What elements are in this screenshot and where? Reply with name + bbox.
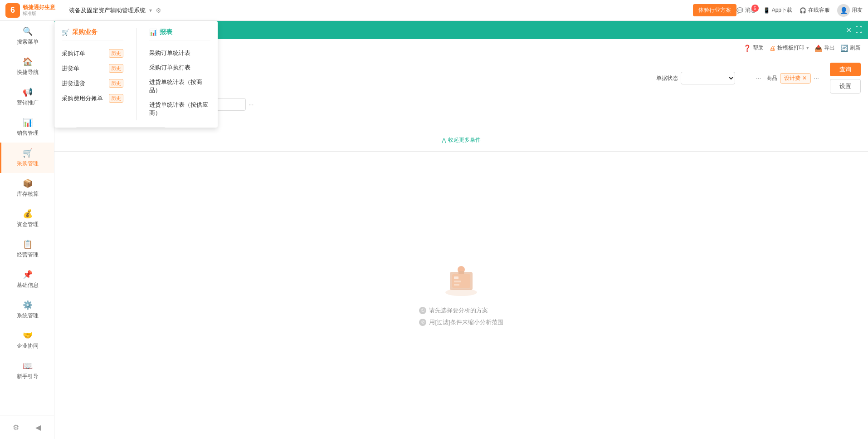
- avatar: 👤: [837, 4, 850, 17]
- sidebar-item-label: 采购管理: [17, 160, 39, 168]
- dropdown-item-expense[interactable]: 采购费用分摊单 历史: [62, 91, 123, 106]
- goods-tag-value: 设计费: [784, 74, 800, 82]
- home-icon: 🏠: [23, 57, 33, 67]
- empty-tip-1: ① 请先选择要分析的方案: [419, 305, 503, 316]
- online-service-button[interactable]: 🎧 在线客服: [800, 6, 830, 14]
- empty-tips: ① 请先选择要分析的方案 ② 用[过滤]条件来缩小分析范围: [419, 305, 503, 328]
- logo-icon: 6: [5, 3, 20, 18]
- empty-tip-2: ② 用[过滤]条件来缩小分析范围: [419, 316, 503, 328]
- sidebar-item-label: 搜索菜单: [17, 38, 39, 46]
- dropdown-item-incoming[interactable]: 进货单 历史: [62, 61, 123, 76]
- header-right: 💬 消息 6 📱 App下载 🎧 在线客服 👤 用友: [736, 4, 863, 17]
- export-icon: 📤: [814, 44, 822, 52]
- salesperson-dots[interactable]: ···: [249, 101, 254, 108]
- goods-tag: 设计费 ✕: [780, 73, 811, 84]
- purchase-col-icon: 🛒: [62, 29, 69, 36]
- dropdown-item-incoming-supplier[interactable]: 进货单统计表（按供应商）: [149, 98, 211, 120]
- incoming-goods-label: 进货单统计表（按商品）: [149, 78, 211, 94]
- sidebar-item-label: 经营管理: [17, 251, 39, 259]
- dropdown-item-return[interactable]: 进货退货 历史: [62, 76, 123, 91]
- sidebar-item-finance[interactable]: 💰 资金管理: [0, 203, 54, 234]
- sidebar-settings-button[interactable]: ⚙: [9, 420, 23, 434]
- query-button[interactable]: 查询: [830, 63, 861, 76]
- sidebar-item-label: 新手引导: [17, 373, 39, 380]
- refresh-icon: 🔄: [840, 44, 848, 52]
- sidebar-item-search[interactable]: 🔍 搜索菜单: [0, 21, 54, 51]
- sidebar-item-purchase[interactable]: 🛒 采购管理: [0, 143, 54, 173]
- status-label: 单据状态: [656, 74, 678, 82]
- print-template-label: 按模板打印: [777, 44, 805, 52]
- settings-icon[interactable]: ⚙: [156, 7, 161, 14]
- incoming-supplier-label: 进货单统计表（按供应商）: [149, 101, 211, 117]
- marketing-icon: 📢: [23, 87, 33, 97]
- finance-icon: 💰: [23, 209, 33, 219]
- collapse-label: 收起更多条件: [448, 136, 481, 144]
- status-dots[interactable]: ···: [756, 74, 761, 82]
- system-name-area: 装备及固定资产辅助管理系统 ▾ ⚙: [69, 6, 689, 15]
- sidebar-item-operations[interactable]: 📋 经营管理: [0, 234, 54, 264]
- service-label: 在线客服: [808, 6, 830, 14]
- help-icon: ❓: [743, 44, 751, 52]
- empty-illustration: [439, 263, 484, 299]
- sidebar-item-basic[interactable]: 📌 基础信息: [0, 264, 54, 295]
- tip-num-2: ②: [419, 319, 426, 326]
- notification-badge: 6: [751, 5, 759, 12]
- print-template-button[interactable]: 🖨 按模板打印 ▾: [769, 44, 809, 52]
- refresh-button[interactable]: 🔄 刷新: [840, 44, 861, 52]
- svg-rect-5: [454, 276, 458, 279]
- tab-maximize-button[interactable]: ⛶: [855, 26, 863, 34]
- tab-bar-right: ✕ ⛶: [846, 26, 868, 35]
- help-label: 帮助: [753, 44, 764, 52]
- tip-text-1: 请先选择要分析的方案: [429, 305, 488, 316]
- sidebar-item-sales[interactable]: 📊 销售管理: [0, 112, 54, 143]
- set-button[interactable]: 设置: [830, 79, 861, 94]
- dropdown-item-order-stats[interactable]: 采购订单统计表: [149, 46, 211, 60]
- logo-title: 畅捷通好生意: [23, 4, 55, 10]
- help-button[interactable]: ❓ 帮助: [743, 44, 764, 52]
- user-menu-button[interactable]: 👤 用友: [837, 4, 863, 17]
- collapse-button[interactable]: ⋀ 收起更多条件: [62, 133, 861, 146]
- app-download-button[interactable]: 📱 App下载: [763, 6, 792, 14]
- sales-icon: 📊: [23, 118, 33, 128]
- dropdown-item-incoming-goods[interactable]: 进货单统计表（按商品）: [149, 75, 211, 98]
- sidebar-item-system[interactable]: ⚙️ 系统管理: [0, 295, 54, 325]
- sidebar-item-inventory[interactable]: 📦 库存核算: [0, 173, 54, 203]
- operations-icon: 📋: [23, 239, 33, 249]
- notification-button[interactable]: 💬 消息 6: [736, 6, 756, 14]
- dropdown-item-purchase-order[interactable]: 采购订单 历史: [62, 46, 123, 61]
- sidebar-collapse-button[interactable]: ◀: [31, 420, 45, 434]
- sidebar-item-label: 企业协同: [17, 342, 39, 350]
- sidebar-item-label: 资金管理: [17, 221, 39, 228]
- export-button[interactable]: 📤 导出: [814, 44, 835, 52]
- sidebar-item-label: 库存核算: [17, 190, 39, 198]
- order-stats-label: 采购订单统计表: [149, 49, 190, 57]
- search-icon: 🔍: [23, 26, 33, 36]
- logo-area: 6 畅捷通好生意 标准版: [5, 3, 60, 18]
- report-col-label: 报表: [160, 28, 172, 36]
- sidebar-item-quicknav[interactable]: 🏠 快捷导航: [0, 51, 54, 82]
- empty-state: ① 请先选择要分析的方案 ② 用[过滤]条件来缩小分析范围: [54, 152, 868, 439]
- logo-sub: 标准版: [23, 11, 55, 16]
- sidebar-item-label: 销售管理: [17, 129, 39, 137]
- svg-rect-4: [458, 271, 464, 274]
- tab-close-button[interactable]: ✕: [846, 26, 852, 35]
- sidebar-item-marketing[interactable]: 📢 营销推广: [0, 82, 54, 112]
- purchase-dropdown-menu: 🛒 采购业务 采购订单 历史 进货单 历史 进货退货 历史 采购费用分摊单 历史…: [54, 21, 218, 128]
- dropdown-item-order-exec[interactable]: 采购订单执行表: [149, 60, 211, 75]
- system-name-chevron-icon[interactable]: ▾: [149, 7, 152, 14]
- sidebar-item-enterprise[interactable]: 🤝 企业协同: [0, 325, 54, 355]
- notification-icon: 💬: [736, 7, 743, 14]
- goods-dots[interactable]: ···: [814, 74, 819, 82]
- sidebar: 🔍 搜索菜单 🏠 快捷导航 📢 营销推广 📊 销售管理 🛒 采购管理 📦 库存核…: [0, 21, 54, 439]
- basic-icon: 📌: [23, 270, 33, 280]
- sidebar-bottom: ⚙ ◀: [0, 415, 54, 439]
- expense-label: 采购费用分摊单: [62, 94, 103, 103]
- sidebar-item-guide[interactable]: 📖 新手引导: [0, 355, 54, 386]
- industry-button[interactable]: 体验行业方案: [693, 4, 736, 16]
- status-select[interactable]: [681, 72, 735, 84]
- purchase-order-label: 采购订单: [62, 49, 85, 58]
- purchase-col-title: 🛒 采购业务: [62, 28, 123, 40]
- print-icon: 🖨: [769, 44, 775, 52]
- goods-tag-close-icon[interactable]: ✕: [802, 75, 807, 81]
- history-tag-2: 历史: [109, 64, 123, 73]
